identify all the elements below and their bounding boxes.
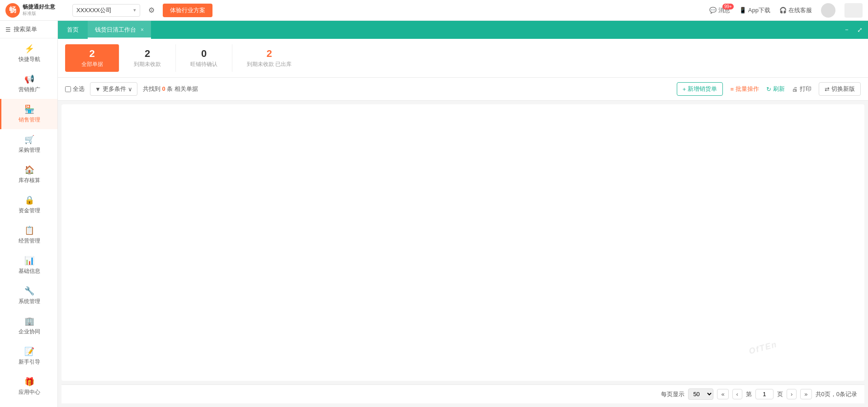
main-layout: ☰ 搜索菜单 ⚡ 快捷导航 📢 营销推广 🏪 销售管理 🛒 采购管理 🏠 库存核… [0, 21, 868, 407]
search-menu[interactable]: ☰ 搜索菜单 [0, 21, 57, 38]
per-page-select[interactable]: 50 20 100 [688, 388, 713, 400]
first-page-button[interactable]: « [717, 389, 728, 399]
sidebar-label-app-center: 应用中心 [19, 388, 40, 396]
filter-arrow-icon: ∨ [128, 86, 132, 93]
switch-version-button[interactable]: ⇄ 切换新版 [819, 82, 861, 96]
tab-active[interactable]: 钱货日清工作台 × [88, 21, 151, 39]
prev-page-button[interactable]: ‹ [732, 389, 742, 399]
sidebar-item-purchase[interactable]: 🛒 采购管理 [0, 129, 57, 159]
batch-operation-button[interactable]: ≡ 批量操作 [730, 85, 759, 93]
tab-active-label: 钱货日清工作台 [95, 26, 136, 34]
app-download-action[interactable]: 📱 App下载 [739, 6, 770, 14]
page-prefix: 第 [746, 390, 752, 398]
page-suffix: 页 [777, 390, 783, 398]
guide-icon: 📝 [24, 346, 34, 356]
header-right: 💬 消息 99+ 📱 App下载 🎧 在线客服 [709, 3, 863, 18]
sidebar-label-system: 系统管理 [19, 298, 40, 305]
sidebar-item-app-center[interactable]: 🎁 应用中心 [0, 371, 57, 402]
stat-label-overdue: 到期未收款 [134, 61, 161, 68]
sidebar-item-wechat[interactable]: 💬 企业微信 [0, 402, 57, 407]
select-all-input[interactable] [65, 86, 71, 92]
trial-button[interactable]: 体验行业方案 [163, 4, 212, 17]
message-action[interactable]: 💬 消息 99+ [709, 6, 730, 14]
sidebar-item-system[interactable]: 🔧 系统管理 [0, 281, 57, 311]
last-page-button[interactable]: » [800, 389, 811, 399]
print-icon: 🖨 [792, 86, 798, 93]
tab-indicator [88, 37, 151, 39]
switch-icon: ⇄ [825, 86, 830, 93]
logo-icon: 畅 [5, 3, 20, 18]
message-icon: 💬 [709, 7, 717, 14]
stat-card-overdue[interactable]: 2 到期未收款 [119, 44, 176, 72]
print-button[interactable]: 🖨 打印 [792, 85, 811, 93]
found-suffix: 相关单据 [175, 85, 198, 92]
stat-card-all[interactable]: 2 全部单据 [65, 44, 119, 72]
enterprise-icon: 🏢 [24, 316, 34, 326]
select-all-checkbox[interactable]: 全选 [65, 85, 85, 93]
switch-label: 切换新版 [831, 85, 855, 93]
settings-icon[interactable]: ⚙ [145, 4, 158, 17]
add-icon: + [683, 86, 686, 93]
sidebar-item-enterprise[interactable]: 🏢 企业协同 [0, 311, 57, 341]
tab-home-label: 首页 [67, 26, 79, 34]
app-title: 畅捷通好生意 [23, 4, 55, 10]
tabs-bar: 首页 钱货日清工作台 × － ⤢ [58, 21, 868, 39]
stat-number-all: 2 [89, 48, 94, 60]
pagination-bar: 每页显示 50 20 100 « ‹ 第 页 › » 共0页，0条记录 [61, 384, 864, 403]
sidebar: ☰ 搜索菜单 ⚡ 快捷导航 📢 营销推广 🏪 销售管理 🛒 采购管理 🏠 库存核… [0, 21, 58, 407]
add-sales-order-button[interactable]: + 新增销货单 [677, 82, 723, 96]
select-all-label: 全选 [73, 85, 85, 93]
found-text: 共找到 0 条 相关单据 [143, 85, 198, 93]
stat-card-pending[interactable]: 0 旺铺待确认 [176, 44, 232, 72]
refresh-button[interactable]: ↻ 刷新 [766, 85, 785, 93]
sidebar-item-inventory[interactable]: 🏠 库存核算 [0, 159, 57, 190]
sidebar-label-guide: 新手引导 [19, 358, 40, 366]
system-icon: 🔧 [24, 286, 34, 296]
filter-button[interactable]: ▼ 更多条件 ∨ [90, 82, 137, 96]
tab-minimize-icon[interactable]: － [842, 24, 852, 36]
user-avatar[interactable] [821, 3, 835, 18]
sidebar-item-operations[interactable]: 📋 经营管理 [0, 220, 57, 250]
sidebar-item-marketing[interactable]: 📢 营销推广 [0, 69, 57, 99]
sidebar-item-guide[interactable]: 📝 新手引导 [0, 341, 57, 371]
page-content: 2 全部单据 2 到期未收款 0 旺铺待确认 2 到期未收款 已出库 [58, 39, 868, 407]
company-dropdown-icon: ▾ [133, 7, 136, 13]
found-unit: 条 [167, 85, 173, 92]
user-menu[interactable] [844, 3, 863, 18]
tab-expand-icon[interactable]: ⤢ [855, 24, 864, 35]
inventory-icon: 🏠 [24, 165, 34, 175]
logo-area: 畅 畅捷通好生意 标准版 [5, 3, 63, 18]
finance-icon: 🔒 [24, 195, 34, 205]
sidebar-item-quick-nav[interactable]: ⚡ 快捷导航 [0, 38, 57, 69]
sidebar-item-basic-info[interactable]: 📊 基础信息 [0, 250, 57, 281]
sidebar-item-finance[interactable]: 🔒 资金管理 [0, 190, 57, 220]
tab-home[interactable]: 首页 [58, 21, 88, 39]
sidebar-label-purchase: 采购管理 [19, 146, 40, 154]
purchase-icon: 🛒 [24, 135, 34, 145]
tab-close-icon[interactable]: × [141, 27, 144, 33]
sidebar-label-sales: 销售管理 [19, 116, 40, 124]
sales-icon: 🏪 [24, 104, 34, 114]
per-page-label: 每页显示 [661, 390, 684, 398]
service-icon: 🎧 [779, 7, 787, 14]
online-service-action[interactable]: 🎧 在线客服 [779, 6, 812, 14]
add-label: 新增销货单 [688, 85, 717, 93]
online-service-label: 在线客服 [788, 6, 812, 14]
filter-label: 更多条件 [103, 85, 126, 93]
sidebar-label-finance: 资金管理 [19, 207, 40, 215]
sidebar-label-enterprise: 企业协同 [19, 328, 40, 336]
marketing-icon: 📢 [24, 74, 34, 84]
stat-label-pending: 旺铺待确认 [190, 61, 217, 68]
tabs-right: － ⤢ [842, 24, 868, 36]
batch-icon: ≡ [730, 86, 734, 93]
sidebar-item-sales[interactable]: 🏪 销售管理 [0, 99, 57, 129]
stat-card-shipped[interactable]: 2 到期未收款 已出库 [232, 44, 306, 72]
filter-icon: ▼ [95, 86, 101, 93]
page-input[interactable] [755, 389, 774, 399]
search-icon: ☰ [5, 26, 11, 33]
toolbar: 全选 ▼ 更多条件 ∨ 共找到 0 条 相关单据 + 新增销货单 [58, 78, 868, 101]
sidebar-label-marketing: 营销推广 [19, 86, 40, 94]
company-selector[interactable]: XXXXXX公司 ▾ [72, 4, 140, 17]
next-page-button[interactable]: › [787, 389, 797, 399]
content-area: 首页 钱货日清工作台 × － ⤢ 2 全部单据 2 [58, 21, 868, 407]
